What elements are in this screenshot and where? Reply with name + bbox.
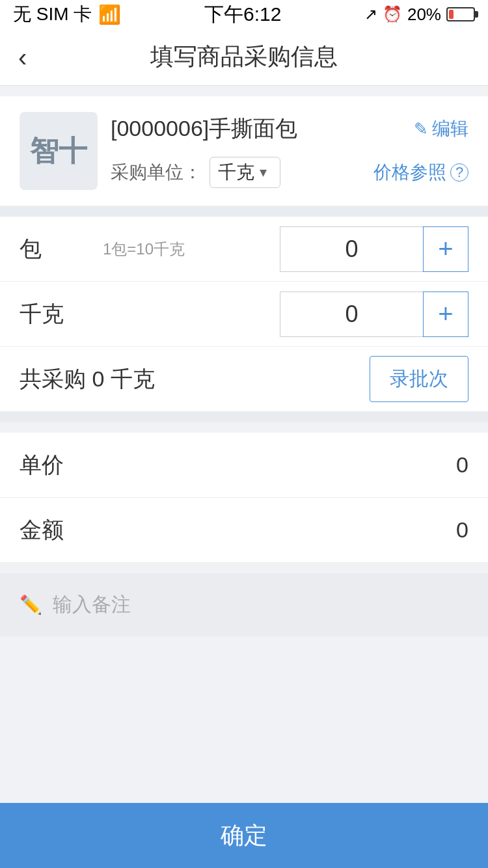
- summary-row: 共采购 0 千克 录批次: [0, 347, 488, 412]
- status-bar-time: 下午6:12: [204, 1, 281, 28]
- status-bar-right: ↗ ⏰ 20%: [364, 5, 475, 25]
- nav-bar: ‹ 填写商品采购信息: [0, 29, 488, 86]
- pack-row: 包 1包=10千克 +: [0, 217, 488, 282]
- kg-input-wrap: +: [280, 292, 468, 337]
- price-ref-button[interactable]: 价格参照 ?: [373, 160, 468, 185]
- product-image: 智十: [20, 112, 98, 190]
- pack-input-wrap: +: [280, 226, 468, 272]
- pencil-icon: ✏️: [20, 594, 42, 616]
- product-code: [0000006]: [111, 116, 209, 141]
- battery-icon: [446, 7, 475, 21]
- remark-placeholder: 输入备注: [53, 591, 131, 618]
- remark-section[interactable]: ✏️ 输入备注: [0, 573, 488, 636]
- price-section: 单价 0 金额 0: [0, 433, 488, 563]
- alarm-icon: ⏰: [383, 5, 402, 23]
- product-card: 智十 [0000006]手撕面包 ✎ 编辑 采购单位： 千克 ▾ 价格参照 ?: [0, 96, 488, 206]
- section-divider-2: [0, 412, 488, 422]
- edit-label: 编辑: [432, 116, 468, 141]
- unit-value: 千克: [218, 160, 254, 185]
- pack-quantity-input[interactable]: [280, 226, 423, 272]
- kg-label: 千克: [20, 299, 98, 329]
- pack-label: 包: [20, 234, 98, 264]
- pack-plus-button[interactable]: +: [423, 226, 468, 272]
- main-content-bg: [0, 636, 488, 819]
- unit-price-label: 单价: [20, 450, 64, 480]
- product-info: [0000006]手撕面包 ✎ 编辑 采购单位： 千克 ▾ 价格参照 ?: [111, 114, 468, 188]
- battery-percent: 20%: [407, 5, 441, 25]
- amount-label: 金额: [20, 515, 64, 545]
- edit-icon: ✎: [414, 119, 428, 139]
- product-title: 手撕面包: [209, 116, 297, 141]
- status-bar: 无 SIM 卡 📶 下午6:12 ↗ ⏰ 20%: [0, 0, 488, 29]
- batch-button[interactable]: 录批次: [370, 356, 468, 402]
- status-bar-left: 无 SIM 卡 📶: [13, 2, 121, 27]
- edit-button[interactable]: ✎ 编辑: [414, 116, 468, 141]
- confirm-label: 确定: [221, 820, 267, 852]
- price-ref-label: 价格参照: [373, 160, 446, 185]
- unit-label: 采购单位：: [111, 160, 202, 185]
- kg-quantity-input[interactable]: [280, 292, 423, 337]
- location-icon: ↗: [364, 5, 377, 23]
- product-name-row: [0000006]手撕面包 ✎ 编辑: [111, 114, 468, 144]
- summary-label: 共采购 0 千克: [20, 364, 155, 394]
- unit-price-row: 单价 0: [0, 433, 488, 498]
- unit-price-value: 0: [456, 452, 468, 478]
- carrier-label: 无 SIM 卡: [13, 2, 92, 27]
- section-divider-1: [0, 206, 488, 217]
- kg-plus-button[interactable]: +: [423, 292, 468, 337]
- unit-select[interactable]: 千克 ▾: [210, 157, 280, 188]
- confirm-button[interactable]: 确定: [0, 803, 488, 868]
- wifi-icon: 📶: [98, 4, 121, 25]
- amount-row: 金额 0: [0, 498, 488, 563]
- product-unit-row: 采购单位： 千克 ▾ 价格参照 ?: [111, 157, 468, 188]
- product-name: [0000006]手撕面包: [111, 114, 297, 144]
- form-section: 包 1包=10千克 + 千克 +: [0, 217, 488, 347]
- back-button[interactable]: ‹: [18, 44, 27, 70]
- pack-sublabel: 1包=10千克: [103, 239, 280, 260]
- help-icon: ?: [450, 163, 468, 182]
- product-image-text: 智十: [30, 132, 87, 170]
- amount-value: 0: [456, 517, 468, 543]
- kg-row: 千克 +: [0, 282, 488, 347]
- battery-fill: [449, 10, 454, 19]
- chevron-down-icon: ▾: [260, 164, 267, 181]
- page-title: 填写商品采购信息: [150, 41, 338, 73]
